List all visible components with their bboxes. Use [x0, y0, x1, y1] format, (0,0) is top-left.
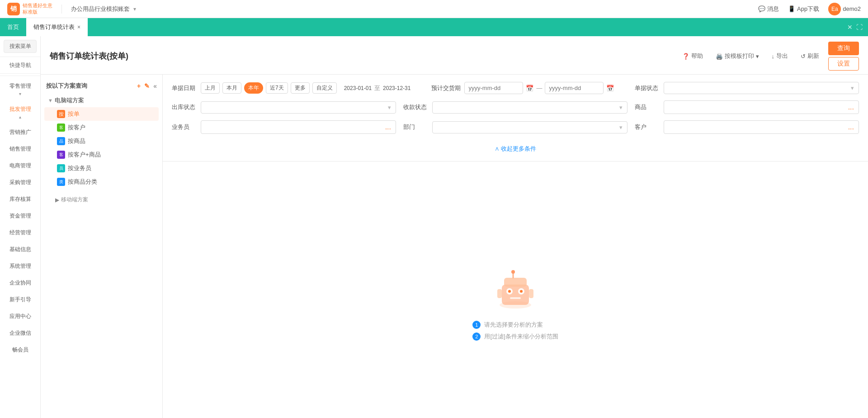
hint-num-2: 2 [472, 332, 481, 341]
export-button[interactable]: ↓ 导出 [768, 50, 792, 62]
scheme-by-order[interactable]: 按 按单 [44, 107, 159, 121]
dropdown-icon: ▾ [388, 104, 391, 111]
single-status-select[interactable]: ▾ [664, 82, 859, 94]
date-btn-7days[interactable]: 近7天 [266, 82, 288, 94]
nav-tabs: 首页 销售订单统计表 × ✕ ⛶ [0, 18, 868, 36]
sidebar-item-finance[interactable]: 资金管理 [0, 208, 40, 224]
sidebar-item-enterprise[interactable]: 企业协同 [0, 275, 40, 291]
collapse-panel-icon[interactable]: « [153, 82, 157, 90]
sidebar-item-appstore[interactable]: 应用中心 [0, 308, 40, 325]
query-button[interactable]: 查询 [828, 42, 859, 55]
ship-status-select[interactable]: ▾ [201, 101, 396, 114]
empty-state: 1 请先选择要分析的方案 2 用[过滤]条件来缩小分析范围 [163, 162, 868, 418]
scheme-by-category[interactable]: 类 按商品分类 [44, 175, 159, 189]
sidebar: 搜索菜单 快捷导航 零售管理 ▾ 批发管理 ▴ 营销推广 销售管理 电商管理 采… [0, 36, 41, 418]
filter-single-date: 单据日期 上月 本月 本年 近7天 更多 自定义 [172, 82, 410, 94]
filter-product: 商品 ... [635, 100, 859, 114]
expected-date-start[interactable] [464, 82, 523, 94]
logo-area[interactable]: 销 销售通好生意 标准版 [7, 3, 52, 15]
app-download-button[interactable]: 📱 App下载 [788, 5, 819, 13]
refresh-icon: ↺ [801, 53, 806, 60]
setting-button[interactable]: 设置 [828, 57, 859, 71]
collapse-up-icon: ∧ [495, 145, 500, 152]
customer-ellipsis-icon[interactable]: ... [848, 123, 854, 131]
sidebar-item-inventory[interactable]: 库存核算 [0, 191, 40, 208]
sidebar-item-operations[interactable]: 经营管理 [0, 224, 40, 241]
print-dropdown-icon[interactable]: ▾ [756, 53, 759, 60]
product-ellipsis-icon[interactable]: ... [848, 103, 854, 111]
sidebar-item-sales-mgmt[interactable]: 销售管理 [0, 141, 40, 157]
scheme-tree: ▼ 电脑端方案 按 按单 客 按客户 品 按商品 [41, 94, 162, 207]
sidebar-item-wechat[interactable]: 企业微信 [0, 325, 40, 342]
date-btn-this-month[interactable]: 本月 [222, 82, 241, 94]
sidebar-item-label: 经营管理 [9, 229, 31, 237]
date-btn-last-month[interactable]: 上月 [201, 82, 220, 94]
sidebar-item-purchase[interactable]: 采购管理 [0, 174, 40, 191]
filter-salesman: 业务员 ... [172, 120, 396, 134]
customer-input[interactable]: ... [664, 120, 859, 134]
customer-label: 客户 [635, 123, 660, 131]
salesman-ellipsis-icon[interactable]: ... [385, 123, 391, 131]
tab-close-icon[interactable]: × [77, 24, 80, 30]
left-panel: 按以下方案查询 + ✎ « ▼ 电脑端方案 按 按单 [41, 75, 163, 418]
add-scheme-icon[interactable]: + [137, 82, 141, 90]
search-menu-button[interactable]: 搜索菜单 [4, 40, 37, 53]
payment-status-select[interactable]: ▾ [432, 101, 627, 114]
sidebar-item-member[interactable]: 畅会员 [0, 342, 40, 358]
top-bar-dropdown-icon[interactable]: ▾ [133, 6, 136, 12]
expected-date-end[interactable] [545, 82, 604, 94]
logo-text: 销售通好生意 标准版 [23, 3, 52, 14]
sidebar-item-label: 销售管理 [9, 145, 31, 153]
edit-scheme-icon[interactable]: ✎ [144, 82, 150, 90]
user-menu[interactable]: Ea demo2 [828, 3, 861, 15]
collapse-filters-button[interactable]: ∧ 收起更多条件 [172, 140, 859, 157]
sidebar-item-marketing[interactable]: 营销推广 [0, 124, 40, 141]
content-body: 单据日期 上月 本月 本年 近7天 更多 自定义 [163, 75, 868, 418]
date-btn-more[interactable]: 更多 [291, 82, 310, 94]
left-panel-header: 按以下方案查询 + ✎ « [41, 80, 162, 94]
svg-rect-11 [529, 289, 533, 298]
sidebar-item-quick-nav[interactable]: 快捷导航 [0, 57, 40, 74]
tab-sales-order-stats[interactable]: 销售订单统计表 × [26, 18, 88, 36]
sidebar-item-system[interactable]: 系统管理 [0, 258, 40, 275]
sidebar-item-label: 应用中心 [9, 313, 31, 320]
date-btn-custom[interactable]: 自定义 [312, 82, 337, 94]
dept-label: 部门 [403, 123, 429, 131]
date-range-start: 2023-01-01 [344, 85, 372, 91]
calendar-icon-start: 📅 [526, 85, 533, 92]
calendar-icon-end: 📅 [606, 85, 614, 92]
dropdown-icon: ▾ [851, 85, 854, 91]
sidebar-item-newbie[interactable]: 新手引导 [0, 291, 40, 308]
product-input[interactable]: ... [664, 100, 859, 114]
scheme-by-salesman[interactable]: 员 按业务员 [44, 162, 159, 175]
date-range: 2023-01-01 至 2023-12-31 [344, 84, 411, 92]
page-header: 销售订单统计表(按单) ❓ 帮助 🖨️ 按模板打印 ▾ ↓ 导出 ↺ 刷新 [41, 36, 868, 75]
sidebar-item-wholesale[interactable]: 批发管理 ▴ [0, 101, 40, 124]
salesman-input[interactable]: ... [201, 120, 396, 134]
scheme-by-customer-product[interactable]: 客 按客户+商品 [44, 148, 159, 162]
tab-home[interactable]: 首页 [0, 18, 26, 36]
window-maximize-icon[interactable]: ⛶ [856, 24, 863, 31]
refresh-button[interactable]: ↺ 刷新 [797, 50, 823, 62]
sidebar-item-label: 基础信息 [9, 246, 31, 253]
help-button[interactable]: ❓ 帮助 [679, 50, 707, 62]
message-button[interactable]: 💬 消息 [758, 5, 779, 13]
avatar: Ea [828, 3, 841, 15]
inner-layout: 按以下方案查询 + ✎ « ▼ 电脑端方案 按 按单 [41, 75, 868, 418]
window-close-icon[interactable]: ✕ [847, 24, 853, 31]
filter-ship-status: 出库状态 ▾ [172, 101, 396, 114]
sidebar-item-retail[interactable]: 零售管理 ▾ [0, 78, 40, 101]
sidebar-item-label: 采购管理 [9, 179, 31, 186]
sidebar-item-basic[interactable]: 基础信息 [0, 241, 40, 258]
tree-mobile-parent[interactable]: ▶ 移动端方案 [52, 194, 159, 205]
sidebar-item-label: 系统管理 [9, 262, 31, 270]
sidebar-item-ecommerce[interactable]: 电商管理 [0, 157, 40, 174]
top-bar-right: 💬 消息 📱 App下载 Ea demo2 [758, 3, 861, 15]
empty-hint-1: 1 请先选择要分析的方案 [472, 321, 558, 329]
scheme-by-product[interactable]: 品 按商品 [44, 134, 159, 148]
svg-rect-10 [497, 289, 502, 298]
scheme-by-customer[interactable]: 客 按客户 [44, 121, 159, 134]
date-btn-this-year[interactable]: 本年 [244, 82, 263, 94]
dept-select[interactable]: ▾ [432, 121, 627, 133]
print-button[interactable]: 🖨️ 按模板打印 ▾ [712, 50, 763, 62]
